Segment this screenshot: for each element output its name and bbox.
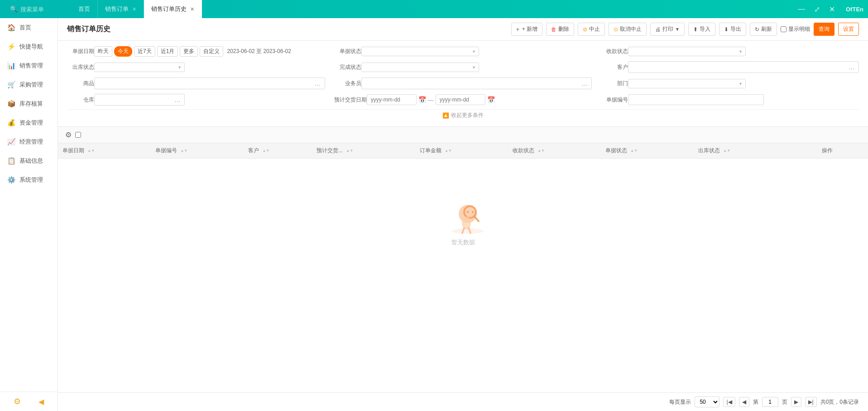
sidebar-item-finance[interactable]: 💰 资金管理 — [0, 113, 58, 132]
page-last-btn[interactable]: ▶| — [805, 397, 817, 407]
complete-status-label: 完成状态 — [334, 63, 361, 71]
delivery-date-end-input[interactable] — [436, 94, 485, 105]
sort-payment-status-icon[interactable]: ▲▼ — [537, 149, 545, 153]
sidebar-item-home[interactable]: 🏠 首页 — [0, 18, 58, 37]
sales-icon: 📊 — [7, 62, 16, 70]
tab-home[interactable]: 首页 — [71, 0, 98, 18]
payment-status-label: 收款状态 — [601, 48, 628, 55]
stop-button[interactable]: ⊘ 中止 — [578, 23, 605, 36]
header-actions: + + 新增 🗑 删除 ⊘ 中止 ⊙ 取消中止 🖨 打印 — [511, 23, 859, 36]
sort-customer-icon[interactable]: ▲▼ — [262, 149, 269, 153]
collapse-filter-bar[interactable]: 🔼 收起更多条件 — [67, 109, 859, 121]
warehouse-dots: … — [174, 96, 181, 103]
refresh-button[interactable]: ↻ 刷新 — [750, 23, 777, 36]
sort-delivery-date-icon[interactable]: ▲▼ — [346, 149, 354, 153]
sidebar-item-inventory[interactable]: 📦 库存核算 — [0, 94, 58, 113]
calendar-end-icon[interactable]: 📅 — [487, 96, 495, 103]
goods-input[interactable]: … — [94, 77, 325, 89]
table-toolbar: ⚙ — [58, 127, 868, 143]
cancel-stop-button[interactable]: ⊙ 取消中止 — [609, 23, 647, 36]
export-button[interactable]: ⬇ 导出 — [719, 23, 746, 36]
select-all-checkbox[interactable] — [75, 132, 81, 138]
date-more-btn[interactable]: 更多 — [180, 46, 198, 57]
display-detail-input[interactable] — [781, 26, 786, 32]
sort-amount-icon[interactable]: ▲▼ — [445, 149, 452, 153]
sort-bill-status-icon[interactable]: ▲▼ — [630, 149, 638, 153]
pagination-bar: 每页显示 20 50 100 |◀ ◀ 第 页 ▶ ▶| 共0页，0条记录 — [58, 392, 868, 411]
window-minimize[interactable]: — — [795, 5, 808, 13]
tab-sales-history[interactable]: 销售订单历史 ✕ — [144, 0, 202, 18]
empty-svg — [445, 195, 490, 236]
sidebar-settings-icon[interactable]: ⚙ — [14, 396, 21, 406]
svg-point-5 — [472, 211, 474, 213]
dept-label: 部门 — [601, 80, 628, 87]
filter-row-1: 单据日期 昨天 今天 近7天 近1月 更多 自定义 2023-06-02 至 2… — [67, 46, 859, 57]
date-yesterday-btn[interactable]: 昨天 — [94, 46, 112, 57]
delivery-date-start-input[interactable] — [367, 94, 417, 105]
date-1month-btn[interactable]: 近1月 — [157, 46, 178, 57]
tab-sales-history-close[interactable]: ✕ — [190, 6, 194, 12]
table-config-icon[interactable]: ⚙ — [65, 131, 72, 139]
sidebar-item-operation-label: 经营管理 — [19, 138, 43, 146]
sidebar-item-quick-nav[interactable]: ⚡ 快捷导航 — [0, 37, 58, 56]
date-7days-btn[interactable]: 近7天 — [134, 46, 155, 57]
sort-bill-no-icon[interactable]: ▲▼ — [180, 149, 187, 153]
sort-date-icon[interactable]: ▲▼ — [87, 149, 95, 153]
print-button[interactable]: 🖨 打印 ▼ — [650, 23, 685, 36]
dept-chevron: ▾ — [739, 81, 742, 86]
page-prev-btn[interactable]: ◀ — [739, 397, 749, 407]
page-next-btn[interactable]: ▶ — [791, 397, 801, 407]
salesman-input[interactable]: … — [361, 77, 592, 89]
window-maximize[interactable]: ⤢ — [811, 5, 823, 14]
customer-input[interactable]: … — [628, 61, 859, 73]
page-input[interactable] — [762, 397, 778, 407]
sidebar-item-operation[interactable]: 📈 经营管理 — [0, 132, 58, 151]
empty-state: 暂无数据 — [58, 159, 868, 283]
dept-select[interactable]: ▾ — [628, 79, 746, 88]
payment-status-section: 收款状态 ▾ — [601, 47, 859, 56]
window-close[interactable]: ✕ — [826, 5, 838, 14]
search-input[interactable] — [20, 6, 66, 13]
bill-status-section: 单据状态 ▾ — [334, 47, 592, 56]
sidebar-item-purchase-label: 采购管理 — [19, 81, 43, 89]
salesman-dots: … — [581, 80, 588, 87]
collapse-up-icon: 🔼 — [442, 112, 449, 119]
page-first-btn[interactable]: |◀ — [723, 397, 735, 407]
date-quick-buttons: 昨天 今天 近7天 近1月 更多 自定义 — [94, 46, 223, 57]
empty-text: 暂无数据 — [451, 238, 475, 247]
refresh-icon: ↻ — [755, 26, 759, 33]
table-wrapper: ⚙ 单据日期 ▲▼ 单据编号 ▲▼ 客户 — [58, 127, 868, 392]
settings-button[interactable]: 设置 — [838, 23, 859, 36]
query-button[interactable]: 查询 — [814, 23, 834, 36]
warehouse-input[interactable]: … — [94, 94, 185, 106]
delivery-status-chevron: ▾ — [178, 65, 181, 70]
display-detail-checkbox[interactable]: 显示明细 — [781, 25, 810, 33]
bill-status-select[interactable]: ▾ — [361, 47, 479, 56]
sidebar-bottom: ⚙ ◀ — [0, 392, 58, 411]
calendar-start-icon[interactable]: 📅 — [418, 96, 426, 103]
delete-button[interactable]: 🗑 删除 — [546, 23, 574, 36]
tab-sales-order[interactable]: 销售订单 ✕ — [98, 0, 144, 18]
bill-no-section: 单据编号 — [601, 94, 859, 105]
sidebar-collapse-icon[interactable]: ◀ — [38, 397, 44, 406]
delivery-status-select[interactable]: ▾ — [94, 63, 185, 72]
add-button[interactable]: + + 新增 — [511, 23, 542, 36]
salesman-label: 业务员 — [334, 80, 361, 87]
bill-no-input[interactable] — [628, 94, 764, 105]
import-button[interactable]: ⬆ 导入 — [688, 23, 715, 36]
complete-status-select[interactable]: ▾ — [361, 63, 479, 72]
sidebar-item-basic-info[interactable]: 📋 基础信息 — [0, 151, 58, 170]
sidebar-item-sales[interactable]: 📊 销售管理 — [0, 56, 58, 75]
payment-status-select[interactable]: ▾ — [628, 47, 746, 56]
per-page-select[interactable]: 20 50 100 — [695, 396, 719, 407]
date-today-btn[interactable]: 今天 — [114, 46, 132, 57]
date-quick-selector: 昨天 今天 近7天 近1月 更多 自定义 — [94, 46, 223, 57]
search-area[interactable]: 🔍 — [5, 5, 71, 13]
customer-section: 客户 … — [601, 61, 859, 73]
sort-delivery-status-icon[interactable]: ▲▼ — [723, 149, 730, 153]
date-custom-btn[interactable]: 自定义 — [200, 46, 223, 57]
sidebar-item-system[interactable]: ⚙️ 系统管理 — [0, 170, 58, 189]
tab-sales-order-close[interactable]: ✕ — [132, 6, 136, 12]
content-area: 销售订单历史 + + 新增 🗑 删除 ⊘ 中止 ⊙ 取消中止 — [58, 18, 868, 411]
sidebar-item-purchase[interactable]: 🛒 采购管理 — [0, 75, 58, 94]
